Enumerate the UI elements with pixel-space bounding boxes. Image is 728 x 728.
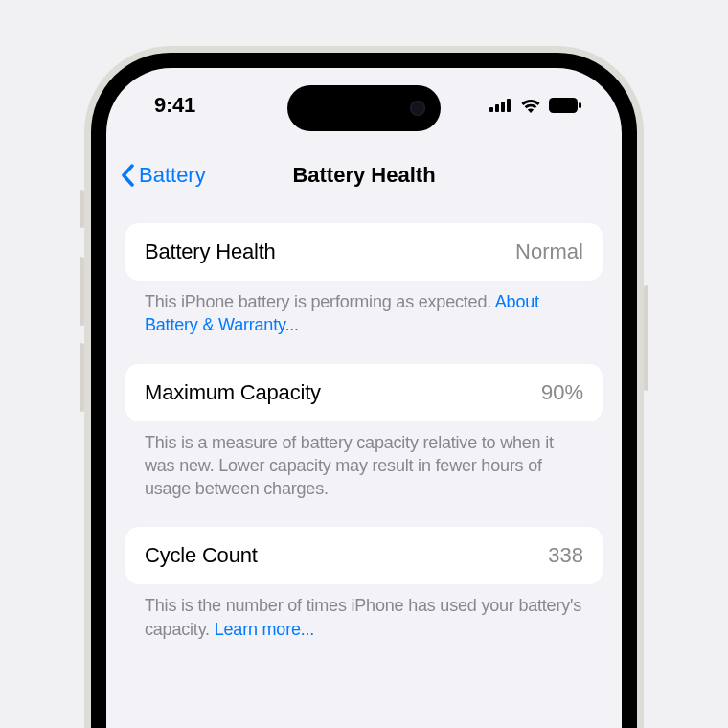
- cycle-count-value: 338: [548, 543, 583, 568]
- phone-frame: 9:41: [84, 46, 644, 728]
- battery-icon: [549, 98, 581, 113]
- maximum-capacity-cell[interactable]: Maximum Capacity 90%: [125, 364, 603, 421]
- side-button-power: [644, 285, 648, 391]
- status-time: 9:41: [154, 93, 195, 118]
- front-camera: [410, 101, 425, 116]
- maximum-capacity-footer: This is a measure of battery capacity re…: [125, 421, 603, 528]
- learn-more-link[interactable]: Learn more...: [215, 620, 314, 639]
- back-button[interactable]: Battery: [120, 163, 206, 188]
- navigation-bar: Battery Battery Health: [106, 148, 622, 202]
- content-area: Battery Health Normal This iPhone batter…: [106, 223, 622, 668]
- status-icons: [489, 98, 581, 113]
- chevron-left-icon: [120, 164, 135, 187]
- battery-health-footer: This iPhone battery is performing as exp…: [125, 281, 603, 364]
- footer-lead: This is the number of times iPhone has u…: [145, 596, 581, 638]
- wifi-icon: [520, 98, 541, 113]
- side-button-volume-down: [80, 343, 84, 412]
- cycle-count-footer: This is the number of times iPhone has u…: [125, 584, 603, 668]
- svg-rect-0: [489, 107, 493, 112]
- back-label: Battery: [139, 163, 206, 188]
- dynamic-island: [287, 85, 441, 131]
- maximum-capacity-label: Maximum Capacity: [145, 380, 321, 405]
- battery-health-label: Battery Health: [145, 239, 276, 264]
- footer-lead: This iPhone battery is performing as exp…: [145, 292, 495, 311]
- cellular-icon: [489, 99, 512, 112]
- side-button-volume-up: [80, 257, 84, 326]
- cycle-count-label: Cycle Count: [145, 543, 258, 568]
- battery-health-value: Normal: [515, 239, 583, 264]
- svg-rect-5: [579, 102, 581, 108]
- svg-rect-3: [507, 99, 511, 112]
- maximum-capacity-value: 90%: [541, 380, 583, 405]
- cycle-count-cell[interactable]: Cycle Count 338: [125, 527, 603, 584]
- svg-rect-4: [549, 98, 578, 113]
- svg-rect-1: [495, 104, 499, 112]
- page-title: Battery Health: [292, 163, 435, 188]
- side-button-silence: [80, 190, 84, 228]
- screen: 9:41: [106, 68, 622, 728]
- svg-rect-2: [501, 102, 505, 112]
- phone-bezel: 9:41: [91, 53, 637, 728]
- battery-health-cell[interactable]: Battery Health Normal: [125, 223, 603, 281]
